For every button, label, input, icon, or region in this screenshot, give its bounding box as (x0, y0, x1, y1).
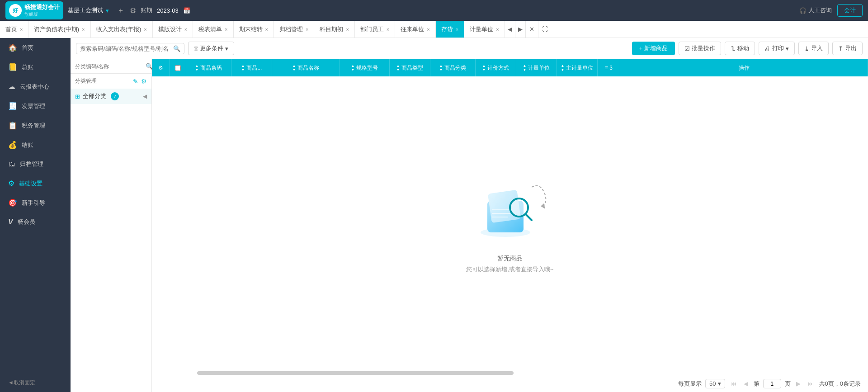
prev-page-button[interactable]: ◀ (742, 380, 750, 387)
tab-template-design[interactable]: 模版设计 × (153, 21, 193, 38)
th-col3[interactable]: ≡ 3 (598, 59, 620, 76)
tab-archive[interactable]: 归档管理 × (274, 21, 314, 38)
tab-template-design-close[interactable]: × (184, 27, 187, 32)
batch-operation-button[interactable]: ☑ 批量操作 (679, 42, 721, 55)
print-button[interactable]: 🖨 打印 ▾ (759, 42, 795, 55)
th-spec-label: 规格型号 (356, 64, 378, 72)
th-type[interactable]: ▲▼ 商品类型 (390, 59, 430, 76)
tab-prev-button[interactable]: ◀ (505, 21, 515, 38)
type-sort-arrows: ▲▼ (396, 64, 400, 72)
headset-icon: 🎧 (799, 7, 807, 14)
th-main-unit[interactable]: ▲▼ 主计量单位 (557, 59, 598, 76)
tab-income-statement[interactable]: 收入支出表(年报) × (91, 21, 153, 38)
sidebar-unpin-button[interactable]: ◄取消固定 (0, 373, 71, 392)
main-search-input[interactable] (80, 45, 170, 52)
sidebar-item-report[interactable]: ☁ 云报表中心 (0, 77, 71, 96)
category-all-item[interactable]: ⊞ 全部分类 ✓ ◀ (71, 89, 151, 104)
tab-inventory-label: 存货 (441, 25, 453, 33)
sidebar-item-home[interactable]: 🏠 首页 (0, 38, 71, 57)
tab-archive-close[interactable]: × (306, 27, 308, 32)
tab-close-all-button[interactable]: ✕ (526, 21, 538, 38)
first-page-button[interactable]: ⏮ (729, 380, 738, 387)
category-panel: 🔍 分类管理 ✎ ⚙ ⊞ 全部分类 ✓ ◀ (71, 59, 152, 392)
company-selector[interactable]: 基层工会测试 ▾ (68, 6, 109, 14)
tab-expand-button[interactable]: ⛶ (538, 21, 552, 38)
th-code[interactable]: ▲▼ 商品... (231, 59, 272, 76)
th-category[interactable]: ▲▼ 商品分类 (430, 59, 476, 76)
invoice-icon: 🧾 (8, 102, 17, 110)
tab-department[interactable]: 部门员工 × (355, 21, 395, 38)
th-checkbox[interactable] (170, 59, 186, 76)
sidebar-item-archive[interactable]: 🗂 归档管理 (0, 155, 71, 174)
select-all-checkbox[interactable] (175, 65, 181, 71)
category-all-label: 全部分类 (83, 92, 106, 100)
category-search-box[interactable]: 🔍 (71, 59, 151, 74)
panel-collapse-button[interactable]: ◀ (143, 93, 147, 99)
sidebar-item-basic-settings[interactable]: ⚙ 基础设置 (0, 174, 71, 193)
tab-subject-initial[interactable]: 科目期初 × (314, 21, 354, 38)
export-button[interactable]: ⤒ 导出 (832, 42, 863, 55)
svg-line-7 (525, 214, 532, 220)
add-product-button[interactable]: + 新增商品 (632, 42, 675, 55)
sidebar-item-tax[interactable]: 📋 税务管理 (0, 116, 71, 135)
tab-subject-initial-close[interactable]: × (346, 27, 349, 32)
page-number-input[interactable] (763, 379, 781, 388)
tab-next-button[interactable]: ▶ (515, 21, 526, 38)
tab-income-statement-close[interactable]: × (144, 27, 146, 32)
main-search-icon[interactable]: 🔍 (173, 45, 180, 52)
tab-inventory[interactable]: 存货 × (436, 21, 464, 38)
th-barcode[interactable]: ▲▼ 商品条码 (186, 59, 231, 76)
scroll-thumb[interactable] (197, 371, 514, 375)
svg-marker-8 (541, 203, 545, 209)
tab-home-close[interactable]: × (20, 27, 23, 32)
category-search-input[interactable] (75, 63, 143, 70)
tab-balance-sheet[interactable]: 资产负债表(中期) × (28, 21, 90, 38)
tab-tax-list[interactable]: 税表清单 × (193, 21, 233, 38)
category-header: 分类管理 ✎ ⚙ (71, 74, 151, 89)
tab-period-transfer[interactable]: 期末结转 × (234, 21, 274, 38)
sidebar-item-invoice[interactable]: 🧾 发票管理 (0, 96, 71, 116)
calendar-icon[interactable]: 📅 (183, 7, 190, 14)
tab-unit[interactable]: 计量单位 × (464, 21, 505, 38)
horizontal-scrollbar[interactable] (152, 371, 868, 375)
th-ops-label: 操作 (739, 64, 750, 72)
import-button[interactable]: ⤓ 导入 (798, 42, 829, 55)
settings-icon[interactable]: ⚙ (130, 6, 136, 15)
move-button[interactable]: ⇅ 移动 (725, 42, 755, 55)
tab-tax-list-close[interactable]: × (225, 27, 227, 32)
sidebar-item-member[interactable]: V 畅会员 (0, 213, 71, 231)
tab-unit-close[interactable]: × (496, 27, 499, 32)
account-button[interactable]: 会计 (837, 4, 863, 17)
tab-contacts[interactable]: 往来单位 × (395, 21, 435, 38)
consult-button[interactable]: 🎧 人工咨询 (799, 6, 832, 14)
next-page-button[interactable]: ▶ (794, 380, 802, 387)
main-search-box[interactable]: 🔍 (76, 43, 184, 54)
tab-inventory-close[interactable]: × (456, 27, 458, 32)
sidebar-item-closing[interactable]: 💰 结账 (0, 135, 71, 155)
category-add-icon[interactable]: ✎ (133, 78, 138, 85)
per-page-select[interactable]: 50 ▾ (705, 379, 725, 388)
tab-period-transfer-close[interactable]: × (265, 27, 268, 32)
tab-department-close[interactable]: × (387, 27, 389, 32)
tab-balance-sheet-close[interactable]: × (82, 27, 85, 32)
sidebar-item-guide[interactable]: 🎯 新手引导 (0, 193, 71, 213)
filter-button[interactable]: ⧖ 更多条件 ▾ (188, 42, 234, 55)
category-settings-icon[interactable]: ⚙ (141, 78, 147, 85)
tab-department-label: 部门员工 (360, 25, 384, 33)
closing-icon: 💰 (8, 141, 17, 149)
th-spec[interactable]: ▲▼ 规格型号 (340, 59, 390, 76)
batch-label: 批量操作 (692, 44, 715, 52)
last-page-button[interactable]: ⏭ (806, 380, 816, 387)
th-price-method[interactable]: ▲▼ 计价方式 (476, 59, 516, 76)
tab-template-design-label: 模版设计 (158, 25, 182, 33)
add-icon[interactable]: ＋ (117, 6, 124, 15)
category-all-badge: ✓ (111, 92, 119, 100)
tab-contacts-close[interactable]: × (427, 27, 429, 32)
th-settings[interactable]: ⚙ (152, 59, 170, 76)
th-unit[interactable]: ▲▼ 计量单位 (516, 59, 557, 76)
th-name[interactable]: ▲▼ 商品名称 (272, 59, 340, 76)
logo-icon: 好 (9, 4, 22, 17)
sidebar-item-ledger[interactable]: 📒 总账 (0, 57, 71, 77)
import-icon: ⤓ (804, 45, 809, 52)
tab-home[interactable]: 首页 × (0, 21, 28, 38)
